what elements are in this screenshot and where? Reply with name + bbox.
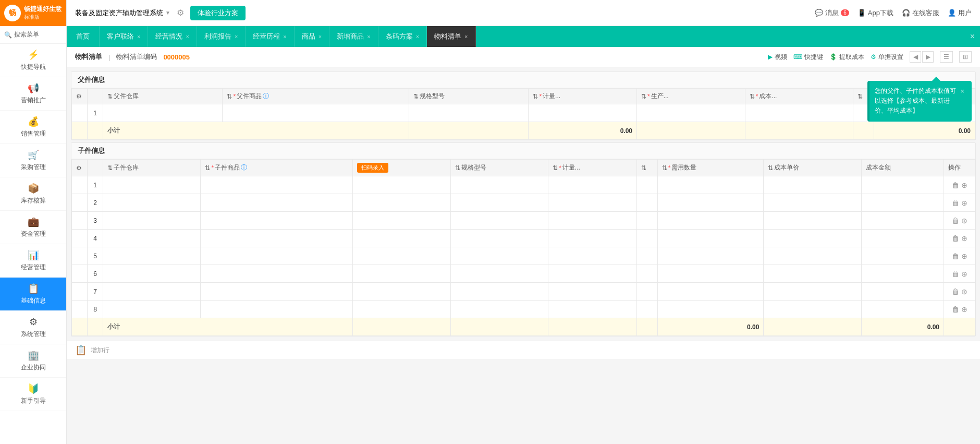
settings-icon[interactable]: ⚙ (177, 8, 184, 18)
child-row-1-spec[interactable] (450, 176, 548, 194)
expand-icon[interactable]: ⊞ (959, 51, 972, 63)
single-settings-action[interactable]: ⚙ 单据设置 (871, 53, 903, 62)
scan-button[interactable]: 扫码录入 (357, 163, 388, 173)
parent-unit-sort[interactable]: ⇅ (533, 93, 538, 100)
child-row-4-unit[interactable] (548, 230, 637, 247)
child-unit-sort[interactable]: ⇅ (553, 164, 558, 172)
tab-barcode-close[interactable]: × (416, 33, 419, 40)
sidebar-item-operations[interactable]: 📊 经营管理 (0, 244, 66, 278)
child-row-4-spec[interactable] (450, 230, 548, 247)
child-row-3-quantity[interactable] (657, 212, 764, 230)
copy-icon-3[interactable]: ⊕ (961, 217, 967, 225)
delete-icon-5[interactable]: 🗑 (952, 252, 959, 260)
child-row-2-goods[interactable] (201, 194, 353, 212)
tab-goods-close[interactable]: × (318, 33, 322, 40)
child-row-8-unit-price[interactable] (764, 301, 861, 318)
tab-home[interactable]: 首页 (67, 26, 100, 47)
delete-icon-6[interactable]: 🗑 (952, 270, 959, 278)
parent-row-1-warehouse[interactable] (103, 104, 223, 122)
parent-spacer-sort[interactable]: ⇅ (858, 93, 863, 100)
copy-icon-4[interactable]: ⊕ (961, 234, 967, 243)
child-row-5-warehouse[interactable] (103, 247, 201, 265)
user-action[interactable]: 👤 用户 (948, 8, 972, 18)
child-row-3-unit[interactable] (548, 212, 637, 230)
prev-arrow[interactable]: ◀ (910, 51, 921, 63)
child-row-8-quantity[interactable] (657, 301, 764, 318)
child-row-3-goods[interactable] (201, 212, 353, 230)
online-service-action[interactable]: 🎧 在线客服 (902, 8, 939, 18)
delete-icon-1[interactable]: 🗑 (952, 181, 959, 189)
child-goods-sort[interactable]: ⇅ (205, 164, 210, 172)
parent-row-1-goods[interactable] (223, 104, 409, 122)
app-download-action[interactable]: 📱 App下载 (858, 8, 893, 18)
child-spacer-sort[interactable]: ⇅ (641, 164, 646, 172)
sidebar-item-sales[interactable]: 💰 销售管理 (0, 111, 66, 144)
child-row-1-unit[interactable] (548, 176, 637, 194)
child-row-5-unit-price[interactable] (764, 247, 861, 265)
delete-icon-4[interactable]: 🗑 (952, 234, 959, 243)
add-row-icon[interactable]: 📋 (75, 344, 87, 356)
child-col-settings[interactable]: ⚙ (72, 160, 88, 176)
delete-icon-3[interactable]: 🗑 (952, 217, 959, 225)
parent-col-settings[interactable]: ⚙ (72, 89, 88, 104)
child-row-5-spec[interactable] (450, 247, 548, 265)
delete-icon-7[interactable]: 🗑 (952, 287, 959, 296)
child-row-7-unit[interactable] (548, 283, 637, 301)
child-row-8-warehouse[interactable] (103, 301, 201, 318)
sidebar-item-guide[interactable]: 🔰 新手引导 (0, 378, 66, 411)
tab-add-goods[interactable]: 新增商品 × (329, 26, 378, 47)
child-row-5-unit[interactable] (548, 247, 637, 265)
delete-icon-2[interactable]: 🗑 (952, 199, 959, 207)
child-row-7-quantity[interactable] (657, 283, 764, 301)
child-row-2-warehouse[interactable] (103, 194, 201, 212)
copy-icon-1[interactable]: ⊕ (961, 181, 967, 189)
tab-bom[interactable]: 物料清单 × (427, 26, 475, 47)
copy-icon-6[interactable]: ⊕ (961, 270, 967, 278)
child-row-2-quantity[interactable] (657, 194, 764, 212)
tab-customer[interactable]: 客户联络 × (100, 26, 148, 47)
cost-action[interactable]: 💲 提取成本 (829, 53, 864, 62)
tab-goods[interactable]: 商品 × (295, 26, 329, 47)
copy-icon-7[interactable]: ⊕ (961, 287, 967, 296)
child-warehouse-sort[interactable]: ⇅ (107, 164, 113, 172)
child-row-1-unit-price[interactable] (764, 176, 861, 194)
child-row-5-goods[interactable] (201, 247, 353, 265)
parent-cost-sort[interactable]: ⇅ (750, 93, 755, 100)
child-unit-price-sort[interactable]: ⇅ (768, 164, 773, 172)
child-row-6-warehouse[interactable] (103, 265, 201, 283)
parent-row-1-spec[interactable] (409, 104, 528, 122)
system-title-dropdown[interactable]: 装备及固定资产辅助管理系统 ▼ (75, 8, 170, 18)
parent-prod-sort[interactable]: ⇅ (641, 93, 646, 100)
parent-row-1-unit[interactable] (529, 104, 637, 122)
child-row-6-quantity[interactable] (657, 265, 764, 283)
child-row-7-goods[interactable] (201, 283, 353, 301)
view-action[interactable]: ▶ 视频 (768, 53, 787, 62)
add-row-label[interactable]: 增加行 (91, 346, 109, 355)
delete-icon-8[interactable]: 🗑 (952, 305, 959, 314)
sidebar-item-system[interactable]: ⚙ 系统管理 (0, 311, 66, 344)
parent-row-1-cost[interactable] (745, 104, 853, 122)
sidebar-item-basic[interactable]: 📋 基础信息 (0, 278, 66, 311)
child-row-1-goods[interactable] (201, 176, 353, 194)
child-row-4-quantity[interactable] (657, 230, 764, 247)
tab-operations-close[interactable]: × (186, 33, 189, 40)
child-row-2-unit[interactable] (548, 194, 637, 212)
child-row-1-quantity[interactable] (657, 176, 764, 194)
message-action[interactable]: 💬 消息 6 (815, 8, 849, 18)
next-arrow[interactable]: ▶ (922, 51, 934, 63)
child-row-7-warehouse[interactable] (103, 283, 201, 301)
sidebar-item-marketing[interactable]: 📢 营销推广 (0, 77, 66, 111)
child-row-6-unit-price[interactable] (764, 265, 861, 283)
sidebar-item-finance[interactable]: 💼 资金管理 (0, 211, 66, 244)
sidebar-item-quick-nav[interactable]: ⚡ 快捷导航 (0, 44, 66, 77)
sidebar-item-inventory[interactable]: 📦 库存核算 (0, 177, 66, 211)
search-menu[interactable]: 🔍 搜索菜单 (0, 26, 66, 44)
parent-warehouse-sort[interactable]: ⇅ (107, 93, 113, 100)
child-row-4-unit-price[interactable] (764, 230, 861, 247)
child-row-7-unit-price[interactable] (764, 283, 861, 301)
sidebar-item-enterprise[interactable]: 🏢 企业协同 (0, 344, 66, 378)
child-row-7-spec[interactable] (450, 283, 548, 301)
child-row-6-goods[interactable] (201, 265, 353, 283)
copy-icon-5[interactable]: ⊕ (961, 252, 967, 260)
tab-operations[interactable]: 经营情况 × (148, 26, 197, 47)
